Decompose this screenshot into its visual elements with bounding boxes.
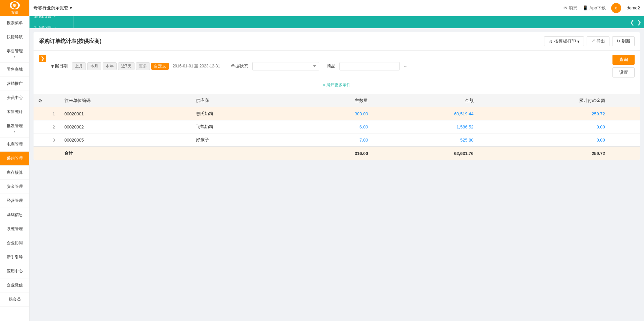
col-amount: 金额: [372, 94, 478, 107]
sidebar-item-retail[interactable]: 零售管理▾: [0, 44, 29, 63]
status-filter-label: 单据状态: [231, 63, 248, 69]
settings-button[interactable]: 设置: [612, 67, 635, 77]
sidebar-label-system: 系统管理: [7, 226, 23, 232]
export-label: 导出: [596, 39, 605, 44]
shortcut-this-year[interactable]: 本年: [103, 62, 117, 70]
refresh-button[interactable]: ↻ 刷新: [612, 36, 635, 46]
tab-next-icon[interactable]: ❯: [637, 19, 641, 25]
footer-paid: 259.72: [478, 147, 609, 160]
sidebar-label-basic: 基础信息: [7, 212, 23, 218]
user-avatar[interactable]: d: [611, 3, 621, 13]
table-body: 1 00020001 惠氏奶粉 303.00 60,519.44 259.72 …: [34, 107, 640, 147]
sidebar-item-newguide[interactable]: 新手引导: [0, 250, 29, 264]
export-button[interactable]: ↗ 导出: [587, 36, 610, 46]
row-num-1: 1: [47, 107, 60, 120]
col-paid: 累计付款金额: [478, 94, 609, 107]
row-num-2: 2: [47, 120, 60, 133]
sidebar-item-system[interactable]: 系统管理: [0, 222, 29, 236]
tab-close-overstock[interactable]: ×: [54, 16, 56, 18]
status-select[interactable]: [252, 62, 319, 70]
shortcut-last-month[interactable]: 上月: [72, 62, 86, 70]
dropdown-icon: ▾: [70, 5, 72, 10]
logo-svg: 财: [11, 2, 18, 9]
app-download-btn[interactable]: 📱 App下载: [583, 5, 606, 11]
main-area: 母婴行业演示账套 ▾ ✉ 消息 📱 App下载 d demo2 首页收发存汇总表…: [30, 0, 644, 321]
sidebar-nav: 搜索菜单快捷导航零售管理▾零售商城营销推广会员中心零售统计批发管理▾电商管理采购…: [0, 16, 29, 307]
goods-filter-label: 商品: [327, 63, 335, 69]
row-qty-3[interactable]: 7.00: [290, 133, 372, 147]
sidebar-item-retail-stat[interactable]: 零售统计: [0, 105, 29, 119]
row-amount-1[interactable]: 60,519.44: [372, 107, 478, 120]
col-extra: [609, 94, 640, 107]
custom-date-badge[interactable]: 自定义: [151, 63, 169, 70]
print-button[interactable]: 🖨 按模板打印 ▾: [544, 36, 584, 46]
row-settings-3[interactable]: [34, 133, 47, 147]
sidebar-label-vip: 畅会员: [9, 297, 21, 302]
refresh-icon: ↻: [616, 39, 620, 44]
row-supplier-1: 惠氏奶粉: [192, 107, 290, 120]
data-table-container: ⚙ 往来单位编码 供应商 主数量 金额 累计付款金额 1: [34, 94, 640, 160]
query-button[interactable]: 查询: [612, 55, 635, 65]
message-icon: ✉: [564, 5, 567, 10]
expand-more-row: ▾ 展开更多条件: [39, 80, 635, 90]
shortcut-this-month[interactable]: 本月: [87, 62, 101, 70]
table-row: 1 00020001 惠氏奶粉 303.00 60,519.44 259.72: [34, 107, 640, 120]
shortcut-7days[interactable]: 近7天: [118, 62, 135, 70]
sidebar-label-finance: 资金管理: [7, 184, 23, 190]
page-title: 采购订单统计表(按供应商): [39, 38, 102, 45]
sidebar-item-finance[interactable]: 资金管理: [0, 180, 29, 194]
tab-overstock[interactable]: 超储预警×: [30, 16, 74, 22]
refresh-label: 刷新: [622, 39, 630, 44]
row-settings-1[interactable]: [34, 107, 47, 120]
goods-input[interactable]: [339, 62, 400, 70]
sidebar-item-appcenter[interactable]: 应用中心: [0, 264, 29, 278]
message-btn[interactable]: ✉ 消息: [564, 5, 577, 11]
page-header: 采购订单统计表(按供应商) 🖨 按模板打印 ▾ ↗ 导出 ↻ 刷新: [34, 32, 640, 51]
filter-toggle-button[interactable]: ❯: [39, 55, 46, 62]
row-extra-2: [609, 120, 640, 133]
row-extra-1: [609, 107, 640, 120]
sidebar-item-wholesale[interactable]: 批发管理▾: [0, 119, 29, 138]
sidebar-item-ecommerce[interactable]: 电商管理: [0, 138, 29, 152]
sidebar-item-operations[interactable]: 经营管理: [0, 194, 29, 208]
sidebar-item-marketing[interactable]: 营销推广: [0, 77, 29, 91]
tabs-list: 首页收发存汇总表×要货单统计表×可用量库存账本×保质期查询×超储预警×功能说明×…: [30, 16, 74, 28]
settings-icon[interactable]: ⚙: [38, 98, 42, 103]
message-label: 消息: [569, 5, 577, 11]
sidebar-item-purchase[interactable]: 采购管理: [0, 152, 29, 166]
page-actions: 🖨 按模板打印 ▾ ↗ 导出 ↻ 刷新: [544, 36, 635, 46]
tab-func-desc[interactable]: 功能说明×: [30, 22, 74, 28]
sidebar-item-member[interactable]: 会员中心: [0, 91, 29, 105]
col-qty: 主数量: [290, 94, 372, 107]
tabbar-controls: ❮ ❯: [627, 19, 644, 25]
sidebar-item-vip[interactable]: 畅会员: [0, 292, 29, 307]
tab-prev-icon[interactable]: ❮: [630, 19, 634, 25]
row-qty-1[interactable]: 303.00: [290, 107, 372, 120]
expand-icon: ▾: [323, 83, 325, 88]
row-paid-3[interactable]: 0.00: [478, 133, 609, 147]
sidebar-item-corpwx[interactable]: 企业微信: [0, 278, 29, 292]
row-paid-1[interactable]: 259.72: [478, 107, 609, 120]
row-num-3: 3: [47, 133, 60, 147]
data-table: ⚙ 往来单位编码 供应商 主数量 金额 累计付款金额 1: [34, 94, 640, 160]
app-name: 标题: [11, 10, 18, 15]
row-supplier-2: 飞鹤奶粉: [192, 120, 290, 133]
row-paid-2[interactable]: 0.00: [478, 120, 609, 133]
row-amount-2[interactable]: 1,586.52: [372, 120, 478, 133]
shortcut-more[interactable]: 更多: [136, 62, 150, 70]
sidebar-item-basic[interactable]: 基础信息: [0, 208, 29, 222]
goods-dots-icon[interactable]: ···: [404, 64, 408, 69]
expand-more-btn[interactable]: ▾ 展开更多条件: [321, 80, 353, 90]
sidebar-item-search[interactable]: 搜索菜单: [0, 16, 29, 30]
sidebar-label-appcenter: 应用中心: [7, 268, 23, 274]
row-amount-3[interactable]: 525.80: [372, 133, 478, 147]
row-settings-2[interactable]: [34, 120, 47, 133]
print-label: 按模板打印: [554, 38, 576, 44]
sidebar-label-operations: 经营管理: [7, 198, 23, 204]
sidebar-item-retail-shop[interactable]: 零售商城: [0, 63, 29, 77]
sidebar-item-enterprise[interactable]: 企业协同: [0, 236, 29, 250]
row-qty-2[interactable]: 6.00: [290, 120, 372, 133]
account-dropdown[interactable]: 母婴行业演示账套 ▾: [34, 5, 72, 11]
sidebar-item-quicknav[interactable]: 快捷导航: [0, 30, 29, 44]
sidebar-item-inventory[interactable]: 库存核算: [0, 166, 29, 180]
